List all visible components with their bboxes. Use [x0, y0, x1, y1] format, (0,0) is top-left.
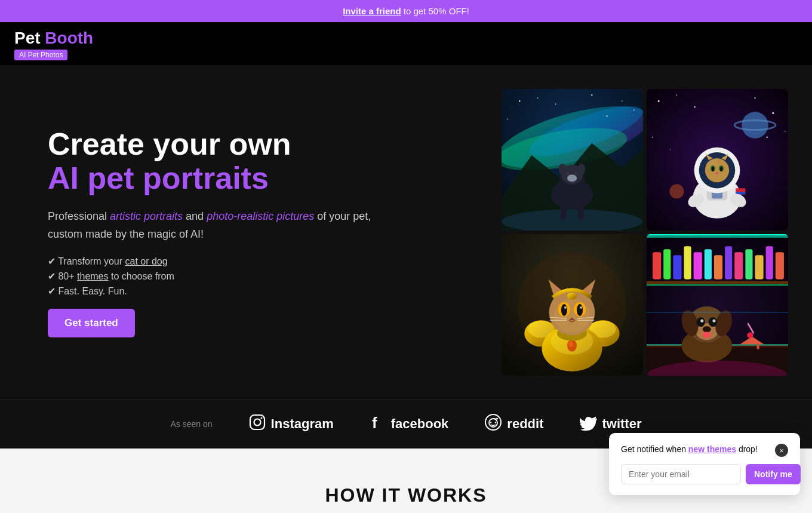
hero-img-dog-aurora [502, 89, 643, 231]
svg-point-30 [785, 131, 786, 132]
twitter-label: twitter [602, 416, 641, 432]
hero-img-dog-bar [647, 234, 788, 376]
notify-submit-button[interactable]: Notify me [746, 464, 801, 484]
twitter-logo[interactable]: twitter [579, 413, 641, 435]
svg-point-26 [676, 94, 678, 96]
notify-popup: Get notified when new themes drop! × Not… [609, 433, 800, 495]
svg-point-6 [555, 103, 556, 105]
bullet-3: ✔ Fast. Easy. Fun. [48, 285, 478, 297]
svg-point-78 [564, 306, 567, 309]
svg-point-36 [669, 184, 684, 198]
hero-section: Create your own AI pet portraits Profess… [0, 65, 812, 400]
notify-close-button[interactable]: × [775, 444, 788, 457]
svg-point-117 [700, 320, 703, 322]
logo-subtitle: AI Pet Photos [14, 50, 67, 60]
svg-point-68 [554, 299, 590, 332]
hero-img-cat-astronaut [647, 89, 788, 231]
navbar: Pet Booth AI Pet Photos [0, 22, 812, 65]
svg-point-5 [537, 97, 539, 99]
hero-desc-prefix: Professional [48, 210, 110, 222]
svg-point-32 [670, 149, 671, 149]
svg-point-28 [755, 97, 756, 99]
svg-point-20 [566, 171, 570, 175]
svg-point-120 [703, 331, 711, 337]
svg-rect-100 [776, 252, 784, 279]
hero-subtitle: AI pet portraits [48, 161, 478, 195]
notify-text: Get notified when new themes drop! [621, 444, 758, 456]
svg-rect-90 [673, 255, 681, 279]
instagram-logo[interactable]: Instagram [248, 413, 334, 435]
svg-point-31 [652, 136, 653, 137]
svg-point-25 [658, 100, 660, 102]
svg-text:f: f [372, 414, 377, 431]
svg-point-4 [519, 100, 520, 102]
logo-booth: Booth [45, 29, 93, 47]
svg-rect-107 [757, 344, 759, 349]
svg-point-29 [772, 112, 774, 114]
bullet-2: ✔ 80+ themes to choose from [48, 271, 478, 282]
svg-rect-52 [736, 188, 745, 190]
promo-banner: Invite a friend to get 50% OFF! [0, 0, 812, 22]
facebook-icon: f [370, 414, 386, 435]
svg-rect-89 [663, 249, 670, 279]
svg-point-127 [485, 414, 501, 430]
svg-rect-88 [653, 252, 661, 279]
hero-desc-and: and [183, 210, 207, 222]
svg-point-9 [633, 109, 635, 110]
notify-form: Notify me [621, 464, 788, 484]
reddit-logo[interactable]: reddit [484, 413, 543, 435]
new-themes-link[interactable]: new themes [688, 444, 736, 454]
svg-rect-95 [725, 246, 732, 279]
hero-img-cat-armor [502, 234, 643, 376]
get-started-button[interactable]: Get started [48, 309, 135, 337]
logo[interactable]: Pet Booth AI Pet Photos [14, 29, 93, 60]
svg-point-77 [577, 304, 583, 316]
notify-email-input[interactable] [621, 464, 741, 484]
svg-point-48 [712, 167, 714, 171]
svg-rect-99 [766, 246, 773, 279]
svg-rect-93 [705, 249, 712, 279]
invite-link[interactable]: Invite a friend [343, 6, 401, 16]
svg-point-33 [766, 136, 767, 137]
svg-point-65 [568, 341, 573, 347]
logo-text: Pet Booth [14, 29, 93, 48]
svg-point-11 [606, 115, 607, 116]
hero-bullets: ✔ Transform your cat or dog ✔ 80+ themes… [48, 256, 478, 297]
themes-link[interactable]: themes [77, 271, 108, 281]
svg-rect-91 [684, 246, 691, 279]
svg-point-21 [574, 171, 578, 175]
svg-line-132 [493, 419, 497, 419]
svg-point-79 [580, 306, 582, 309]
facebook-label: facebook [391, 416, 449, 432]
svg-rect-94 [714, 255, 722, 279]
svg-point-10 [507, 118, 508, 119]
svg-rect-92 [694, 252, 702, 279]
twitter-icon [579, 413, 597, 435]
facebook-logo[interactable]: f facebook [370, 414, 449, 435]
reddit-icon [484, 413, 502, 435]
svg-point-118 [712, 320, 715, 322]
hero-left: Create your own AI pet portraits Profess… [48, 127, 478, 338]
svg-rect-97 [745, 249, 752, 279]
banner-text: to get 50% OFF! [401, 6, 469, 16]
svg-point-116 [709, 317, 717, 327]
svg-rect-96 [734, 252, 743, 279]
svg-rect-22 [561, 204, 567, 219]
svg-point-124 [254, 419, 260, 425]
svg-point-50 [715, 172, 719, 174]
svg-point-8 [622, 100, 623, 102]
hero-title: Create your own [48, 127, 478, 161]
svg-rect-123 [250, 415, 264, 429]
bullet-1: ✔ Transform your cat or dog [48, 256, 478, 267]
svg-point-108 [747, 332, 753, 338]
instagram-icon [248, 413, 266, 435]
svg-point-7 [591, 94, 592, 96]
svg-point-130 [495, 422, 496, 423]
svg-point-34 [742, 112, 768, 138]
svg-point-49 [720, 167, 722, 171]
svg-rect-98 [755, 255, 764, 279]
cat-or-dog-link[interactable]: cat or dog [125, 256, 167, 266]
reddit-label: reddit [507, 416, 543, 432]
notify-header: Get notified when new themes drop! × [621, 444, 788, 457]
svg-point-115 [697, 317, 705, 327]
